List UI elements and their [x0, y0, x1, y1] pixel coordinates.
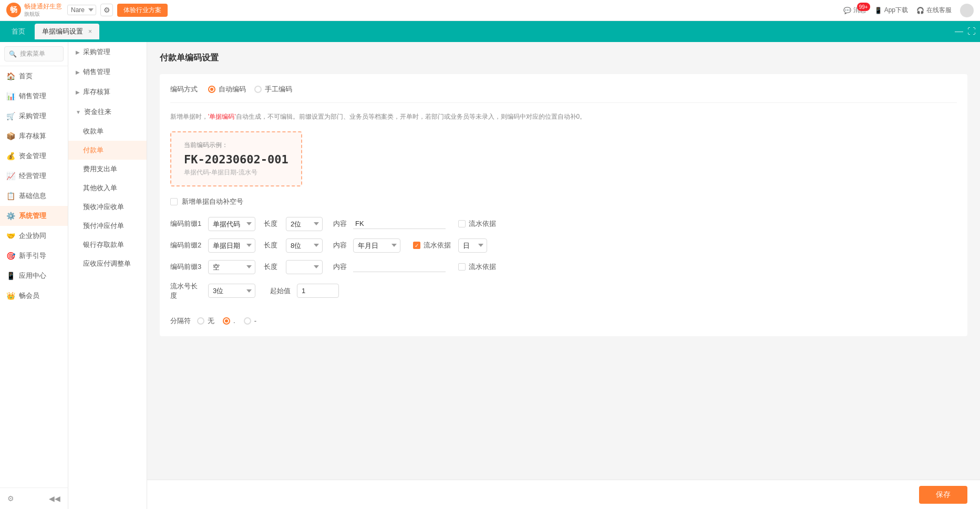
app-icon: 📱: [874, 7, 882, 14]
sub-item-expense[interactable]: 费用支出单: [68, 160, 147, 179]
sidebar-nav: 🏠 首页 📊 销售管理 🛒 采购管理 📦 库存核算 💰 资金管理 📈 经: [0, 66, 68, 487]
sub-item-adjustment[interactable]: 应收应付调整单: [68, 254, 147, 273]
serial-length-select[interactable]: 3位: [208, 284, 255, 298]
sep-dash-label: -: [254, 317, 256, 325]
brand-name: 畅捷通好生意: [24, 3, 62, 10]
sidebar-item-appstore[interactable]: 📱 应用中心: [0, 266, 68, 286]
tab-bar: 首页 单据编码设置 × — ⛶: [0, 21, 980, 42]
sub-group-sales-title[interactable]: ▶ 销售管理: [68, 62, 147, 82]
tab-home[interactable]: 首页: [4, 24, 33, 39]
serial1-checkbox[interactable]: [458, 220, 466, 227]
length3-select[interactable]: [286, 260, 323, 274]
content1-input[interactable]: [353, 219, 446, 229]
try-button[interactable]: 体验行业方案: [117, 4, 168, 17]
start-label: 起始值: [270, 286, 291, 296]
prefix1-row: 编码前缀1 单据代码 长度 2位 内容: [170, 217, 957, 231]
tab-bar-actions: — ⛶: [955, 27, 976, 36]
inventory-icon: 📦: [6, 132, 15, 140]
message-nav[interactable]: 💬 消息 99+: [843, 6, 866, 15]
sidebar-item-system[interactable]: ⚙️ 系统管理: [0, 206, 68, 226]
system-icon: ⚙️: [6, 212, 15, 220]
sidebar-item-operation[interactable]: 📈 经营管理: [0, 166, 68, 186]
tab-encoding-settings[interactable]: 单据编码设置 ×: [35, 24, 99, 39]
footer: 保存: [147, 480, 980, 509]
sidebar-finance-label: 资金管理: [19, 151, 46, 161]
length2-select[interactable]: 8位: [286, 238, 323, 253]
gear-button[interactable]: ⚙: [100, 4, 113, 16]
sub-item-bank[interactable]: 银行存取款单: [68, 235, 147, 254]
sep-none-option[interactable]: 无: [197, 316, 214, 326]
sub-item-other-income[interactable]: 其他收入单: [68, 179, 147, 198]
length1-label: 长度: [264, 219, 277, 228]
sub-item-receipt[interactable]: 收款单: [68, 122, 147, 141]
app-download-nav[interactable]: 📱 App下载: [874, 6, 908, 15]
check-mark: ✓: [415, 243, 419, 248]
sub-group-purchase-title[interactable]: ▶ 采购管理: [68, 42, 147, 62]
guide-icon: 🎯: [6, 252, 15, 260]
sub-group-inventory: ▶ 库存核算: [68, 82, 147, 102]
settings-panel: 编码方式 自动编码 手工编码: [160, 74, 967, 336]
prefix3-select[interactable]: 空: [208, 260, 255, 274]
settings-bottom-icon[interactable]: ⚙: [4, 492, 17, 505]
sidebar-item-member[interactable]: 👑 畅会员: [0, 286, 68, 306]
content3-label: 内容: [333, 262, 347, 272]
avatar[interactable]: [960, 4, 974, 17]
serial3-checkbox[interactable]: [458, 263, 466, 271]
brand-text: 畅捷通好生意 旗舰版: [24, 3, 62, 17]
sidebar-item-home[interactable]: 🏠 首页: [0, 66, 68, 86]
auto-fill-label: 新增单据自动补空号: [182, 197, 243, 206]
sub-item-payment[interactable]: 付款单: [68, 141, 147, 160]
auto-encode-label: 自动编码: [219, 85, 246, 94]
sidebar-appstore-label: 应用中心: [19, 271, 46, 281]
sidebar-item-sales[interactable]: 📊 销售管理: [0, 86, 68, 106]
prefix1-label: 编码前缀1: [170, 219, 202, 228]
sub-item-prepayment[interactable]: 预付冲应付单: [68, 216, 147, 235]
sub-group-fund-title[interactable]: ▼ 资金往来: [68, 102, 147, 122]
sep-dot-radio: [223, 317, 230, 325]
serial2-period-select[interactable]: 日 月 年: [458, 238, 487, 253]
tab-close-icon[interactable]: ×: [88, 28, 92, 35]
manual-encode-radio[interactable]: 手工编码: [254, 85, 292, 94]
search-menu-button[interactable]: 🔍 搜索菜单: [4, 46, 64, 61]
sidebar-item-enterprise[interactable]: 🤝 企业协同: [0, 226, 68, 246]
auto-encode-radio[interactable]: 自动编码: [208, 85, 246, 94]
sep-dash-radio: [244, 317, 251, 325]
page-title: 付款单编码设置: [160, 53, 967, 64]
sep-dash-option[interactable]: -: [244, 317, 256, 325]
auto-fill-checkbox[interactable]: [170, 198, 178, 205]
tab-maximize-icon[interactable]: ⛶: [967, 27, 976, 36]
sep-dot-option[interactable]: .: [223, 317, 235, 325]
service-icon: 🎧: [916, 7, 924, 14]
member-icon: 👑: [6, 292, 15, 300]
content2-select[interactable]: 年月日: [353, 238, 400, 253]
collapse-icon[interactable]: ◀◀: [46, 492, 64, 505]
online-service-nav[interactable]: 🎧 在线客服: [916, 6, 952, 15]
length1-select[interactable]: 2位: [286, 217, 323, 231]
save-button[interactable]: 保存: [919, 486, 967, 504]
sidebar-operation-label: 经营管理: [19, 171, 46, 181]
sidebar-item-purchase[interactable]: 🛒 采购管理: [0, 106, 68, 126]
start-input[interactable]: [297, 284, 339, 298]
sub-item-prereceipt[interactable]: 预收冲应收单: [68, 198, 147, 216]
sidebar-item-basic[interactable]: 📋 基础信息: [0, 186, 68, 206]
content3-input[interactable]: [353, 262, 446, 272]
tab-minimize-icon[interactable]: —: [955, 27, 963, 36]
prefix2-select[interactable]: 单据日期: [208, 238, 255, 253]
company-select[interactable]: Nare: [67, 5, 96, 15]
serial2-checkbox[interactable]: ✓: [413, 242, 420, 249]
arrow-inventory: ▶: [76, 89, 80, 95]
sub-group-inventory-title[interactable]: ▶ 库存核算: [68, 82, 147, 102]
sidebar-item-inventory[interactable]: 📦 库存核算: [0, 126, 68, 146]
prefix1-select[interactable]: 单据代码: [208, 217, 255, 231]
prefix3-row: 编码前缀3 空 长度 内容 流水: [170, 260, 957, 274]
preview-box: 当前编码示例： FK-20230602-001 单据代码-单据日期-流水号: [170, 131, 302, 186]
purchase-icon: 🛒: [6, 112, 15, 120]
sidebar-system-label: 系统管理: [19, 211, 46, 221]
sidebar-item-guide[interactable]: 🎯 新手引导: [0, 246, 68, 266]
search-label: 搜索菜单: [20, 49, 45, 58]
serial3-checkbox-group: 流水依据: [458, 262, 496, 272]
sidebar-item-finance[interactable]: 💰 资金管理: [0, 146, 68, 166]
message-badge: 99+: [857, 3, 870, 11]
serial1-checkbox-group: 流水依据: [458, 219, 496, 228]
manual-encode-label: 手工编码: [265, 85, 292, 94]
